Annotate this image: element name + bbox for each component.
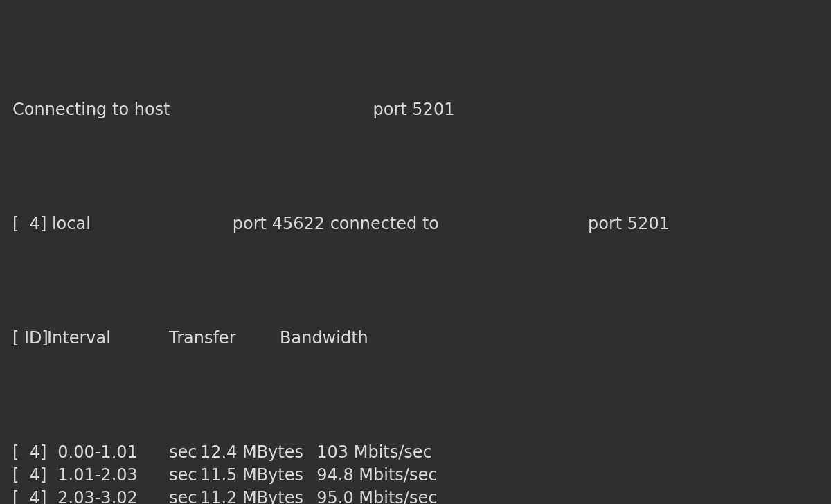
row-transfer: 11.2 MBytes xyxy=(187,487,306,504)
row-id: [ 4] xyxy=(12,464,47,487)
redacted-remote-ip xyxy=(439,213,588,235)
hdr-interval: Interval xyxy=(47,327,169,350)
row-id: [ 4] xyxy=(12,487,47,504)
row-transfer: 11.5 MBytes xyxy=(187,464,306,487)
redacted-local-ip xyxy=(91,213,233,235)
row-interval: 1.01-2.03 xyxy=(47,464,169,487)
connecting-prefix: Connecting to host xyxy=(12,98,170,121)
interval-row: [ 4] 0.00-1.01sec12.4 MBytes 103 Mbits/s… xyxy=(12,441,819,464)
interval-row: [ 4] 2.03-3.02sec11.2 MBytes 95.0 Mbits/… xyxy=(12,487,819,504)
connecting-line: Connecting to host port 5201 xyxy=(12,98,819,121)
remote-port: port 5201 xyxy=(588,213,670,235)
hdr-bandwidth: Bandwidth xyxy=(280,327,391,350)
hdr-id: [ ID] xyxy=(12,327,47,350)
local-line: [ 4] local port 45622 connected to port … xyxy=(12,213,819,235)
hdr-transfer: Transfer xyxy=(169,327,280,350)
row-sec: sec xyxy=(169,487,187,504)
row-interval: 0.00-1.01 xyxy=(47,441,169,464)
local-port: port 45622 xyxy=(233,213,325,235)
terminal-output: Connecting to host port 5201 [ 4] local … xyxy=(0,0,831,504)
interval-row: [ 4] 1.01-2.03sec11.5 MBytes 94.8 Mbits/… xyxy=(12,464,819,487)
row-interval: 2.03-3.02 xyxy=(47,487,169,504)
interval-header: [ ID] Interval Transfer Bandwidth xyxy=(12,327,819,350)
row-sec: sec xyxy=(169,441,187,464)
server-port: port 5201 xyxy=(373,98,455,121)
connected-to: connected to xyxy=(330,213,439,235)
row-bandwidth: 103 Mbits/sec xyxy=(306,441,438,464)
row-id: [ 4] xyxy=(12,441,47,464)
row-bandwidth: 95.0 Mbits/sec xyxy=(306,487,438,504)
local-prefix: [ 4] local xyxy=(12,213,91,235)
row-transfer: 12.4 MBytes xyxy=(187,441,306,464)
row-sec: sec xyxy=(169,464,187,487)
redacted-host xyxy=(170,98,373,121)
row-bandwidth: 94.8 Mbits/sec xyxy=(306,464,438,487)
